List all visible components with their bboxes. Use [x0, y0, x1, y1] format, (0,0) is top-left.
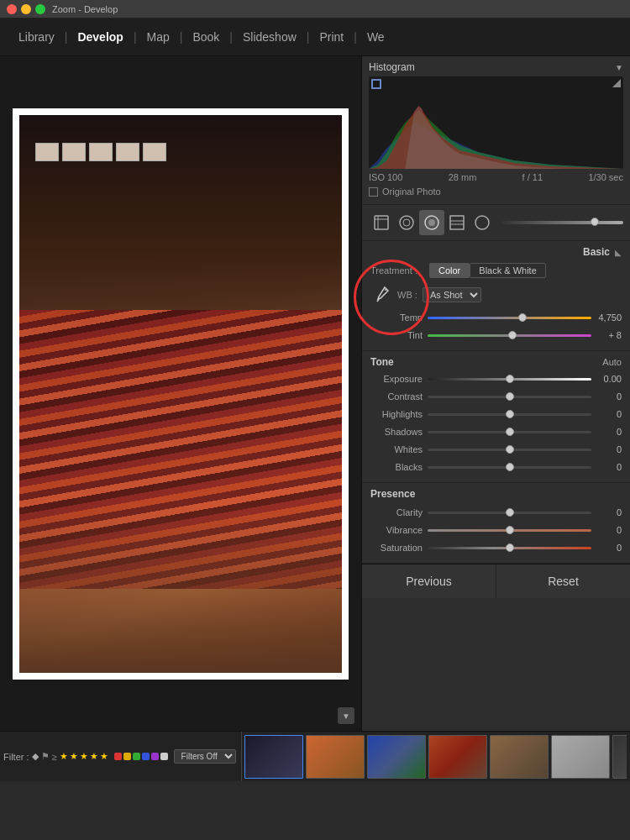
tools-row: [362, 205, 630, 241]
nav-print[interactable]: Print: [309, 18, 354, 55]
graduated-filter-tool[interactable]: [444, 210, 470, 235]
contrast-label: Contrast: [370, 391, 428, 402]
nav-library[interactable]: Library: [8, 18, 65, 55]
histogram-dropdown-icon: ▼: [615, 63, 623, 72]
thumb-inner-6: [552, 736, 609, 778]
title-bar: Zoom - Develop: [0, 0, 630, 18]
svg-point-4: [403, 219, 410, 226]
window-controls: [7, 4, 45, 14]
filmstrip-bar: Filter : ◆ ⚑ ≥ ★ ★ ★ ★ ★ Filters Off: [0, 731, 630, 781]
presence-header: Presence: [370, 488, 622, 500]
color-label-dots: [114, 753, 168, 760]
thumbnail-strip: [244, 735, 627, 779]
master-slider[interactable]: [501, 221, 623, 224]
filters-off-select[interactable]: Filters Off: [174, 749, 236, 764]
nav-we[interactable]: We: [357, 18, 395, 55]
clarity-slider[interactable]: [428, 512, 591, 514]
vibrance-label: Vibrance: [370, 525, 428, 535]
eyedropper-tool[interactable]: [370, 283, 394, 307]
wb-select[interactable]: As Shot Auto Daylight Custom: [423, 287, 481, 302]
exposure-slider[interactable]: [428, 378, 591, 381]
filter-flag-icon: ⚑: [41, 751, 50, 762]
nav-book[interactable]: Book: [182, 18, 229, 55]
highlights-row: Highlights 0: [370, 407, 622, 422]
whites-thumb: [506, 445, 514, 454]
film-thumb-3[interactable]: [367, 735, 426, 779]
film-thumb-6[interactable]: [551, 735, 610, 779]
shadows-row: Shadows 0: [370, 424, 622, 439]
red-eye-tool[interactable]: [419, 210, 444, 235]
film-thumb-1[interactable]: [244, 735, 303, 779]
vibrance-thumb: [506, 526, 514, 534]
exif-iso: ISO 100: [369, 172, 402, 182]
star-4: ★: [90, 751, 98, 762]
temp-slider[interactable]: [428, 317, 591, 319]
maximize-button[interactable]: [35, 4, 45, 14]
histogram-canvas: [369, 76, 623, 169]
eyedropper-icon: [375, 286, 390, 304]
photo-panel: ▼: [0, 56, 361, 731]
svg-point-6: [428, 219, 435, 226]
color-dot-white[interactable]: [160, 753, 168, 760]
exif-aperture: f / 11: [522, 172, 543, 182]
temp-row: Temp 4,750: [370, 310, 622, 325]
vibrance-row: Vibrance 0: [370, 522, 622, 538]
treatment-bw-btn[interactable]: Black & White: [470, 263, 545, 278]
wb-label: WB :: [397, 290, 423, 300]
exposure-value: 0.00: [591, 374, 622, 384]
shadows-thumb: [506, 428, 514, 436]
top-nav: Library | Develop | Map | Book | Slidesh…: [0, 18, 630, 56]
treatment-color-btn[interactable]: Color: [429, 263, 470, 278]
temp-value: 4,750: [591, 312, 622, 323]
exposure-label: Exposure: [370, 374, 428, 384]
clarity-label: Clarity: [370, 507, 428, 517]
tone-curve-tool[interactable]: [495, 210, 623, 235]
star-filter[interactable]: ★ ★ ★ ★ ★: [60, 751, 108, 762]
color-dot-green[interactable]: [133, 753, 140, 760]
blacks-slider[interactable]: [428, 466, 591, 469]
auto-button[interactable]: Auto: [602, 357, 622, 367]
close-button[interactable]: [7, 4, 17, 14]
vibrance-slider[interactable]: [428, 529, 591, 532]
color-dot-yellow[interactable]: [123, 753, 131, 760]
shadows-slider[interactable]: [428, 431, 591, 433]
svg-point-3: [400, 216, 413, 229]
original-photo-checkbox[interactable]: [369, 187, 378, 197]
tone-title: Tone: [370, 356, 394, 368]
color-dot-red[interactable]: [114, 753, 122, 760]
highlights-slider[interactable]: [428, 413, 591, 416]
minimize-button[interactable]: [21, 4, 31, 14]
reset-button[interactable]: Reset: [496, 564, 630, 598]
panel-scroll-arrow[interactable]: ▼: [338, 707, 354, 724]
film-thumb-4[interactable]: [428, 735, 487, 779]
radial-filter-tool[interactable]: [470, 210, 495, 235]
thumb-inner-4: [429, 736, 486, 778]
contrast-slider[interactable]: [428, 396, 591, 398]
hist-clipping-left[interactable]: [371, 79, 381, 89]
master-slider-thumb: [591, 218, 599, 226]
nav-slideshow[interactable]: Slideshow: [233, 18, 307, 55]
basic-section-toggle[interactable]: ◣: [615, 248, 622, 257]
histogram-dropdown[interactable]: ▼: [615, 63, 623, 72]
clarity-row: Clarity 0: [370, 505, 622, 520]
tint-slider[interactable]: [428, 334, 591, 337]
film-thumb-5[interactable]: [490, 735, 549, 779]
nav-develop[interactable]: Develop: [67, 18, 133, 55]
crop-tool[interactable]: [369, 210, 394, 235]
contrast-thumb: [506, 392, 514, 401]
right-panel: Histogram ▼: [361, 56, 630, 731]
saturation-slider[interactable]: [428, 547, 591, 549]
shadows-value: 0: [591, 427, 622, 437]
graduated-icon: [449, 214, 465, 231]
spot-removal-tool[interactable]: [394, 210, 419, 235]
color-dot-blue[interactable]: [142, 753, 150, 760]
film-thumb-7[interactable]: [612, 735, 627, 779]
nav-map[interactable]: Map: [137, 18, 180, 55]
highlights-thumb: [506, 410, 514, 418]
previous-button[interactable]: Previous: [362, 564, 496, 598]
film-thumb-2[interactable]: [306, 735, 365, 779]
whites-slider[interactable]: [428, 449, 591, 451]
highlights-label: Highlights: [370, 409, 428, 419]
color-dot-purple[interactable]: [151, 753, 159, 760]
hist-clipping-right[interactable]: [612, 79, 621, 87]
